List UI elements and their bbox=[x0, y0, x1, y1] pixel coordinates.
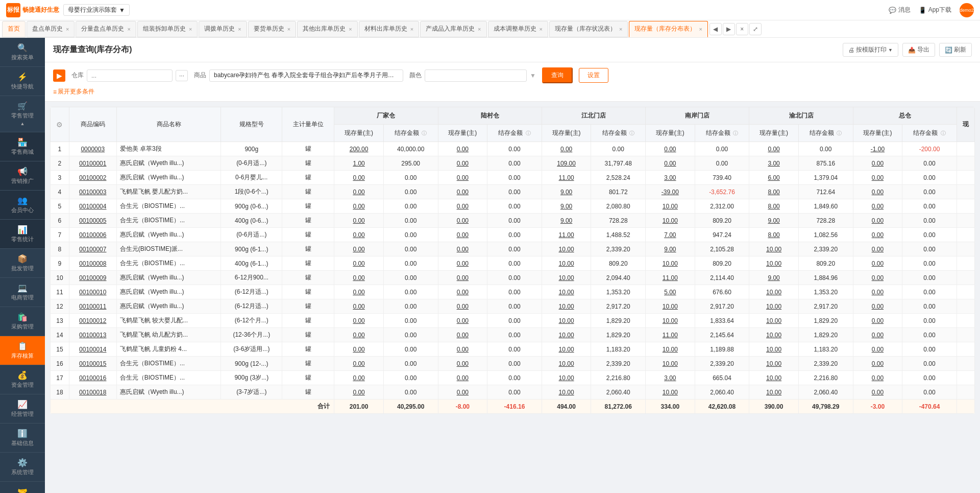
cell-lcc-amt: 0.00 bbox=[487, 214, 542, 228]
cell-jbd-qty: 9.00 bbox=[542, 199, 591, 214]
tab-close-t7[interactable]: × bbox=[410, 26, 413, 32]
tab-close-t2[interactable]: × bbox=[127, 26, 130, 32]
color-input[interactable] bbox=[425, 69, 527, 82]
tab-t9[interactable]: 成本调整单历史× bbox=[488, 21, 548, 37]
cell-lcc-qty: 0.00 bbox=[438, 314, 487, 328]
sidebar-item-8[interactable]: 💻电商管理 bbox=[0, 278, 45, 307]
cell-ybd-qty: 10.00 bbox=[749, 371, 799, 385]
sidebar-item-10[interactable]: 📋库存核算 bbox=[0, 336, 45, 365]
sidebar-item-2[interactable]: 🛒零售管理▲ bbox=[0, 96, 45, 132]
sidebar-icon-14: ⚙️ bbox=[3, 458, 42, 467]
tab-close-t1[interactable]: × bbox=[66, 26, 69, 32]
cell-lcc-qty: 0.00 bbox=[438, 142, 487, 156]
sidebar-item-11[interactable]: 💰资金管理 bbox=[0, 365, 45, 394]
cell-code: 00100005 bbox=[69, 214, 116, 228]
cell-spec: (6-12个月...) bbox=[221, 314, 282, 328]
tab-t6[interactable]: 其他出库单历史× bbox=[297, 21, 357, 37]
export-btn[interactable]: 📤 导出 bbox=[902, 43, 935, 57]
cell-zc-qty: 0.00 bbox=[853, 328, 902, 342]
sidebar-item-14[interactable]: ⚙️系统管理 bbox=[0, 453, 45, 482]
query-btn[interactable]: 查询 bbox=[542, 67, 573, 83]
tab-t8[interactable]: 产成品入库单历史× bbox=[420, 21, 486, 37]
sidebar-item-13[interactable]: ℹ️基础信息 bbox=[0, 424, 45, 453]
cell-spec: (0-6月适...) bbox=[221, 156, 282, 171]
sidebar-item-0[interactable]: 🔍搜索英单 bbox=[0, 38, 45, 67]
table-row: 16 00100015 合生元（BIOSTIME）... 900g (12-..… bbox=[51, 357, 975, 371]
tab-close-t8[interactable]: × bbox=[478, 26, 481, 32]
sidebar-item-15[interactable]: 🤝企业协同 bbox=[0, 482, 45, 493]
cell-no: 8 bbox=[51, 242, 69, 256]
cell-lcc-amt: 0.00 bbox=[487, 299, 542, 314]
sidebar-item-3[interactable]: 🏪零售商城 bbox=[0, 132, 45, 161]
tab-t10[interactable]: 现存量（库存状况表）× bbox=[549, 21, 628, 37]
cell-nad-qty: 3.00 bbox=[646, 371, 695, 385]
th-cjc: 厂家仓 bbox=[334, 107, 438, 125]
tab-close-t10[interactable]: × bbox=[619, 26, 622, 32]
cell-cjc-qty: 0.00 bbox=[334, 256, 384, 271]
tab-close-t9[interactable]: × bbox=[540, 26, 543, 32]
tab-close-t5[interactable]: × bbox=[287, 26, 290, 32]
tab-t3[interactable]: 组装拆卸单历史× bbox=[137, 21, 198, 37]
cell-zc-qty: 0.00 bbox=[853, 256, 902, 271]
cell-zc-qty: 0.00 bbox=[853, 228, 902, 242]
cell-ybd-amt: 875.16 bbox=[798, 156, 853, 171]
print-btn[interactable]: 🖨 按模版打印 ▼ bbox=[843, 43, 898, 57]
cell-cjc-amt: 0.00 bbox=[383, 228, 438, 242]
refresh-btn[interactable]: 🔄 刷新 bbox=[939, 43, 972, 57]
sidebar-item-5[interactable]: 👥会员中心 bbox=[0, 191, 45, 220]
top-bar-left: 标报 畅捷通好生意 母婴行业演示陈套 ▼ bbox=[6, 3, 130, 17]
sidebar-label-1: 快捷导航 bbox=[3, 83, 42, 90]
tab-close-t6[interactable]: × bbox=[349, 26, 352, 32]
cell-cjc-amt: 0.00 bbox=[383, 342, 438, 357]
expand-more-btn[interactable]: ≡ 展开更多条件 bbox=[53, 87, 94, 96]
cell-cjc-amt: 0.00 bbox=[383, 199, 438, 214]
gear-icon[interactable]: ⚙ bbox=[56, 121, 63, 129]
cell-jbd-amt: 2,060.40 bbox=[591, 385, 646, 400]
tab-t4[interactable]: 调拨单历史× bbox=[199, 21, 247, 37]
tab-t2[interactable]: 分量盘点单历史× bbox=[76, 21, 136, 37]
tab-close-all-btn[interactable]: × bbox=[736, 23, 748, 35]
setting-btn[interactable]: 设置 bbox=[579, 68, 608, 83]
tab-close-t4[interactable]: × bbox=[238, 26, 241, 32]
industry-selector[interactable]: 母婴行业演示陈套 ▼ bbox=[63, 4, 130, 16]
cell-xian bbox=[957, 142, 974, 156]
warehouse-filter: 仓库 ··· bbox=[71, 69, 188, 82]
cell-nad-amt: 2,145.64 bbox=[695, 328, 749, 342]
cell-nad-amt: -3,652.76 bbox=[695, 185, 749, 199]
table-header-groups: ⚙ 商品编码 商品名称 规格型号 主计量单位 厂家仓 陆村仓 江北门店 南岸门店… bbox=[51, 107, 975, 125]
tab-label-t7: 材料出库单历史 bbox=[364, 25, 407, 33]
cell-nad-amt: 676.60 bbox=[695, 285, 749, 299]
tab-t5[interactable]: 要货单历史× bbox=[248, 21, 296, 37]
chevron-down-icon: ▼ bbox=[119, 7, 125, 14]
sidebar-item-4[interactable]: 📢营销推广 bbox=[0, 161, 45, 191]
expand-arrow-btn[interactable]: ▶ bbox=[53, 69, 65, 82]
cell-code: 00100003 bbox=[69, 185, 116, 199]
tab-t7[interactable]: 材料出库单历史× bbox=[359, 21, 419, 37]
tab-close-t3[interactable]: × bbox=[189, 26, 192, 32]
warehouse-ellipsis-btn[interactable]: ··· bbox=[176, 70, 188, 81]
tab-prev-btn[interactable]: ◀ bbox=[709, 23, 722, 35]
user-profile[interactable]: demo2 bbox=[960, 3, 974, 17]
layout: 🔍搜索英单⚡快捷导航🛒零售管理▲🏪零售商城📢营销推广👥会员中心📊零售统计📦批发管… bbox=[0, 38, 980, 493]
cell-jbd-qty: 10.00 bbox=[542, 357, 591, 371]
cell-lcc-amt: 0.00 bbox=[487, 342, 542, 357]
tab-close-t11[interactable]: × bbox=[699, 26, 702, 32]
sidebar-item-1[interactable]: ⚡快捷导航 bbox=[0, 67, 45, 96]
sidebar-item-6[interactable]: 📊零售统计 bbox=[0, 220, 45, 249]
message-btn[interactable]: 💬 消息 bbox=[889, 6, 911, 14]
tab-home[interactable]: 首页 bbox=[2, 21, 26, 37]
tab-t11[interactable]: 现存量（库存分布表）× bbox=[629, 21, 707, 37]
tab-t1[interactable]: 盘点单历史× bbox=[27, 21, 75, 37]
cell-cjc-qty: 0.00 bbox=[334, 299, 384, 314]
sidebar-item-9[interactable]: 🛍️采购管理 bbox=[0, 307, 45, 336]
th-name: 商品名称 bbox=[116, 107, 221, 142]
warehouse-input[interactable] bbox=[87, 69, 173, 82]
sidebar-item-12[interactable]: 📈经营管理 bbox=[0, 394, 45, 424]
info-icon: ⓘ bbox=[733, 130, 738, 136]
tab-next-btn[interactable]: ▶ bbox=[723, 23, 735, 35]
sidebar-item-7[interactable]: 📦批发管理 bbox=[0, 249, 45, 278]
app-download-btn[interactable]: 📱 App下载 bbox=[919, 6, 951, 14]
goods-input[interactable] bbox=[209, 69, 403, 82]
table-row: 12 00100011 惠氏启赋（Wyeth illu...) (6-12月适.… bbox=[51, 299, 975, 314]
tab-expand-btn[interactable]: ⤢ bbox=[749, 23, 762, 35]
